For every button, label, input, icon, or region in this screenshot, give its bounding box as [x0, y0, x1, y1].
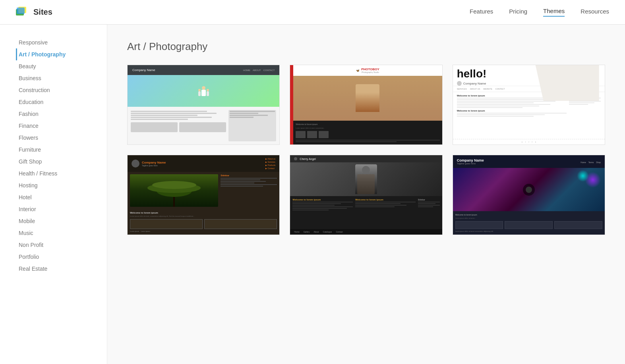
theme-preview-5: Cherry Angel Welcome to lorem ipsum	[290, 155, 442, 235]
nav-resources[interactable]: Resources	[580, 8, 609, 16]
sidebar-item-interior[interactable]: Interior	[16, 203, 107, 215]
logo[interactable]: Sites	[16, 5, 52, 19]
sidebar-item-fashion[interactable]: Fashion	[16, 108, 107, 120]
sidebar-item-health-fitness[interactable]: Health / Fitness	[16, 168, 107, 179]
sidebar-item-hosting[interactable]: Hosting	[16, 179, 107, 191]
sidebar-item-business[interactable]: Business	[16, 72, 107, 84]
sidebar-item-construction[interactable]: Construction	[16, 84, 107, 96]
main-nav: Features Pricing Themes Resources	[470, 8, 609, 17]
theme-preview-6: Company Name Tagline goes here HomeTerms…	[453, 155, 605, 235]
theme-preview-1: Company Name HOMEABOUTCONTACT	[128, 65, 279, 144]
svg-rect-2	[17, 8, 25, 14]
theme-preview-2: 🦋 PHOTOBOY Photography Studio	[290, 65, 442, 144]
sidebar-item-beauty[interactable]: Beauty	[16, 60, 107, 72]
page-title: Art / Photography	[127, 40, 605, 53]
logo-text: Sites	[33, 8, 52, 17]
theme-card-6[interactable]: Company Name Tagline goes here HomeTerms…	[453, 155, 605, 235]
nav-features[interactable]: Features	[470, 8, 493, 16]
nav-themes[interactable]: Themes	[543, 8, 565, 17]
sidebar-item-real-estate[interactable]: Real Estate	[16, 263, 107, 275]
svg-marker-3	[535, 65, 599, 101]
themes-grid: Company Name HOMEABOUTCONTACT	[127, 65, 605, 235]
sidebar: Responsive Art / Photography Beauty Busi…	[0, 25, 107, 364]
sidebar-item-finance[interactable]: Finance	[16, 120, 107, 132]
sidebar-item-portfolio[interactable]: Portfolio	[16, 251, 107, 263]
sidebar-item-flowers[interactable]: Flowers	[16, 132, 107, 144]
nav-pricing[interactable]: Pricing	[509, 8, 527, 16]
main-layout: Responsive Art / Photography Beauty Busi…	[0, 25, 625, 364]
theme-preview-4: Company Name Tagline goes here ▶ About u…	[128, 155, 279, 235]
sidebar-item-responsive[interactable]: Responsive	[16, 37, 107, 48]
theme-card-1[interactable]: Company Name HOMEABOUTCONTACT	[127, 65, 280, 145]
logo-icon	[16, 5, 30, 19]
sidebar-item-mobile[interactable]: Mobile	[16, 215, 107, 227]
theme-preview-3: hello! Company Name SERVICESABOUT USWEBS…	[453, 65, 605, 144]
theme-card-4[interactable]: Company Name Tagline goes here ▶ About u…	[127, 155, 280, 235]
content-area: Art / Photography Company Name HOMEABOUT…	[107, 25, 625, 364]
theme-card-3[interactable]: hello! Company Name SERVICESABOUT USWEBS…	[453, 65, 605, 145]
sidebar-item-music[interactable]: Music	[16, 227, 107, 239]
sidebar-item-gift-shop[interactable]: Gift Shop	[16, 156, 107, 168]
theme-card-5[interactable]: Cherry Angel Welcome to lorem ipsum	[290, 155, 442, 235]
sidebar-item-furniture[interactable]: Furniture	[16, 144, 107, 156]
sidebar-item-hotel[interactable]: Hotel	[16, 191, 107, 203]
sidebar-item-art-photography[interactable]: Art / Photography	[16, 48, 107, 60]
sidebar-item-non-profit[interactable]: Non Profit	[16, 239, 107, 251]
header: Sites Features Pricing Themes Resources	[0, 0, 625, 25]
sidebar-item-education[interactable]: Education	[16, 96, 107, 108]
theme-card-2[interactable]: 🦋 PHOTOBOY Photography Studio	[290, 65, 442, 145]
